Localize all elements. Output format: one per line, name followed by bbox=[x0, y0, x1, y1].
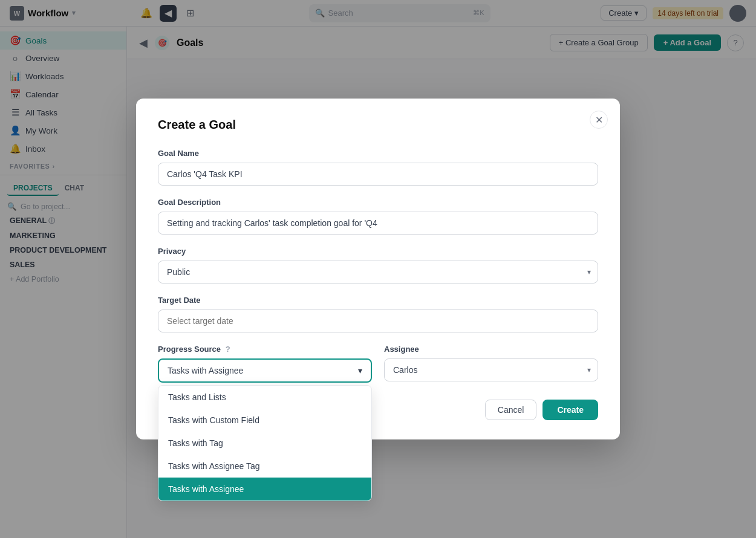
privacy-group: Privacy Public Private ▾ bbox=[158, 247, 598, 284]
dropdown-item-tasks-custom[interactable]: Tasks with Custom Field bbox=[158, 409, 371, 432]
privacy-select-wrapper: Public Private ▾ bbox=[158, 261, 598, 284]
close-button[interactable]: ✕ bbox=[590, 111, 608, 129]
assignee-select[interactable]: Carlos Other bbox=[384, 358, 598, 381]
progress-source-menu: Tasks and Lists Tasks with Custom Field … bbox=[158, 385, 372, 501]
assignee-col: Assignee Carlos Other ▾ bbox=[384, 345, 598, 383]
privacy-label: Privacy bbox=[158, 247, 598, 256]
create-button[interactable]: Create bbox=[543, 400, 598, 420]
progress-assignee-row: Progress Source ? Tasks with Assignee ▾ … bbox=[158, 345, 598, 383]
chevron-down-icon: ▾ bbox=[358, 366, 362, 375]
privacy-select[interactable]: Public Private bbox=[158, 261, 598, 284]
dropdown-item-tasks-assignee-tag[interactable]: Tasks with Assignee Tag bbox=[158, 455, 371, 478]
progress-source-value: Tasks with Assignee bbox=[168, 366, 243, 375]
progress-source-label: Progress Source ? bbox=[158, 345, 372, 354]
target-date-input[interactable] bbox=[158, 310, 598, 332]
goal-name-label: Goal Name bbox=[158, 149, 598, 158]
goal-desc-input[interactable] bbox=[158, 212, 598, 235]
assignee-label: Assignee bbox=[384, 345, 598, 354]
target-date-label: Target Date bbox=[158, 296, 598, 305]
modal-overlay: Create a Goal ✕ Goal Name Goal Descripti… bbox=[0, 0, 756, 538]
dropdown-item-tasks-lists[interactable]: Tasks and Lists bbox=[158, 386, 371, 409]
goal-desc-label: Goal Description bbox=[158, 198, 598, 207]
progress-source-dropdown: Tasks with Assignee ▾ Tasks and Lists Ta… bbox=[158, 358, 372, 383]
progress-source-trigger[interactable]: Tasks with Assignee ▾ bbox=[158, 358, 372, 383]
goal-desc-group: Goal Description bbox=[158, 198, 598, 235]
create-goal-modal: Create a Goal ✕ Goal Name Goal Descripti… bbox=[136, 99, 620, 439]
dropdown-item-tasks-assignee[interactable]: Tasks with Assignee bbox=[158, 478, 371, 501]
goal-name-input[interactable] bbox=[158, 163, 598, 186]
info-icon: ? bbox=[226, 345, 230, 354]
cancel-button[interactable]: Cancel bbox=[485, 400, 537, 420]
target-date-group: Target Date bbox=[158, 296, 598, 332]
goal-name-group: Goal Name bbox=[158, 149, 598, 186]
assignee-select-wrapper: Carlos Other ▾ bbox=[384, 358, 598, 381]
modal-title: Create a Goal bbox=[158, 118, 598, 132]
dropdown-item-tasks-tag[interactable]: Tasks with Tag bbox=[158, 432, 371, 455]
progress-source-col: Progress Source ? Tasks with Assignee ▾ … bbox=[158, 345, 372, 383]
